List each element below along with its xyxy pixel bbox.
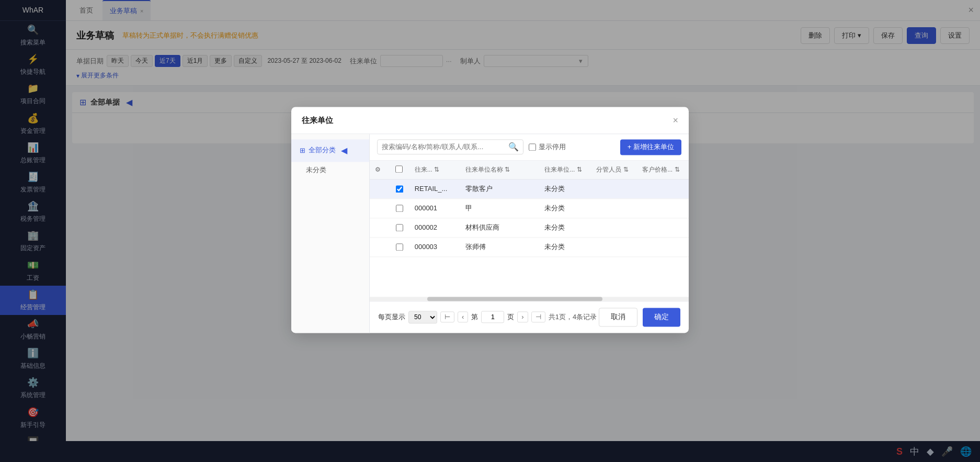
row-settings-3 [370, 218, 390, 237]
sort-icon-price: ⇅ [675, 166, 680, 173]
row-name-2: 甲 [460, 198, 539, 218]
dialog-table: ⚙ 往来... ⇅ 往来单位名称 ⇅ 往来单位... ⇅ [370, 161, 689, 297]
table-row[interactable]: 000003 张师傅 未分类 [370, 237, 689, 256]
sort-icon-name: ⇅ [505, 166, 510, 173]
search-input[interactable] [382, 143, 505, 151]
per-page-select[interactable]: 50 20 100 [408, 311, 437, 323]
row-checkbox-3[interactable] [396, 224, 403, 231]
row-name-1: 零散客户 [460, 179, 539, 198]
category-unclassified-label: 未分类 [306, 166, 326, 174]
row-price-1 [637, 179, 689, 198]
dialog-action-buttons: 取消 确定 [599, 308, 680, 326]
row-name-3: 材料供应商 [460, 218, 539, 237]
row-manager-1 [591, 179, 637, 198]
per-page-label: 每页显示 [378, 312, 405, 322]
next-page-button[interactable]: › [517, 311, 528, 322]
col-checkbox [390, 161, 409, 179]
dialog-body: ⊞ 全部分类 ◀ 未分类 🔍 显示停用 + 新增往来单位 [291, 134, 689, 333]
row-category-1: 未分类 [539, 179, 591, 198]
col-code-header: 往来... ⇅ [409, 161, 460, 179]
row-check-1[interactable] [390, 179, 409, 198]
col-settings: ⚙ [370, 161, 390, 179]
category-collapse-button[interactable]: ◀ [339, 143, 349, 157]
row-settings-1 [370, 179, 390, 198]
row-category-4: 未分类 [539, 237, 591, 256]
row-checkbox-1[interactable] [396, 185, 403, 193]
scrollbar-thumb[interactable] [427, 297, 603, 301]
dialog-footer: 每页显示 50 20 100 ⊢ ‹ 第 页 › ⊣ 共1页，4条记录 [370, 301, 689, 333]
show-disabled-toggle[interactable]: 显示停用 [529, 142, 566, 152]
row-settings-2 [370, 198, 390, 218]
dialog-header: 往来单位 × [291, 107, 689, 134]
row-price-3 [637, 218, 689, 237]
row-check-4[interactable] [390, 237, 409, 256]
table-header-row: ⚙ 往来... ⇅ 往来单位名称 ⇅ 往来单位... ⇅ [370, 161, 689, 179]
search-box[interactable]: 🔍 [377, 139, 523, 154]
row-price-4 [637, 237, 689, 256]
col-manager-header: 分管人员 ⇅ [591, 161, 637, 179]
category-grid-icon: ⊞ [300, 147, 305, 154]
page-label-suffix: 页 [507, 312, 514, 322]
table-row[interactable]: 000001 甲 未分类 [370, 198, 689, 218]
row-code-4: 000003 [409, 237, 460, 256]
page-label-prefix: 第 [471, 312, 478, 322]
dialog-close-button[interactable]: × [673, 115, 678, 126]
row-code-2: 000001 [409, 198, 460, 218]
row-check-3[interactable] [390, 218, 409, 237]
page-input[interactable] [481, 311, 504, 323]
sort-icon: ⇅ [434, 166, 439, 173]
total-info: 共1页，4条记录 [549, 312, 597, 322]
row-settings-4 [370, 237, 390, 256]
cancel-button[interactable]: 取消 [599, 308, 637, 326]
table-body: RETAIL_... 零散客户 未分类 000001 [370, 179, 689, 256]
row-checkbox-2[interactable] [396, 205, 403, 212]
units-table: ⚙ 往来... ⇅ 往来单位名称 ⇅ 往来单位... ⇅ [370, 161, 689, 257]
add-unit-button[interactable]: + 新增往来单位 [620, 139, 681, 155]
category-unclassified[interactable]: 未分类 [291, 162, 369, 178]
row-category-3: 未分类 [539, 218, 591, 237]
sort-icon-person: ⇅ [623, 166, 629, 173]
dialog-right-panel: 🔍 显示停用 + 新增往来单位 ⚙ 往来... ⇅ [370, 134, 689, 333]
col-name-header: 往来单位名称 ⇅ [460, 161, 539, 179]
row-manager-2 [591, 198, 637, 218]
row-price-2 [637, 198, 689, 218]
dialog-title: 往来单位 [302, 116, 333, 126]
search-icon: 🔍 [508, 142, 519, 152]
row-category-2: 未分类 [539, 198, 591, 218]
col-category-header: 往来单位... ⇅ [539, 161, 591, 179]
table-row[interactable]: RETAIL_... 零散客户 未分类 [370, 179, 689, 198]
prev-page-button[interactable]: ‹ [458, 311, 468, 322]
table-row[interactable]: 000002 材料供应商 未分类 [370, 218, 689, 237]
row-checkbox-4[interactable] [396, 243, 403, 251]
select-all-checkbox[interactable] [395, 165, 403, 173]
row-manager-3 [591, 218, 637, 237]
category-all-label: 全部分类 [309, 145, 336, 155]
horizontal-scrollbar[interactable] [370, 297, 689, 301]
col-price-header: 客户价格... ⇅ [637, 161, 689, 179]
row-check-2[interactable] [390, 198, 409, 218]
category-all[interactable]: ⊞ 全部分类 ◀ [291, 139, 369, 162]
dialog-toolbar: 🔍 显示停用 + 新增往来单位 [370, 134, 689, 161]
show-disabled-checkbox[interactable] [529, 143, 536, 151]
first-page-button[interactable]: ⊢ [440, 311, 454, 322]
business-unit-dialog: 往来单位 × ⊞ 全部分类 ◀ 未分类 🔍 显示停用 [291, 107, 689, 333]
last-page-button[interactable]: ⊣ [531, 311, 545, 322]
sort-icon-cat: ⇅ [577, 166, 582, 173]
row-code-1: RETAIL_... [409, 179, 460, 198]
pagination: 每页显示 50 20 100 ⊢ ‹ 第 页 › ⊣ 共1页，4条记录 [378, 311, 597, 323]
confirm-button[interactable]: 确定 [643, 308, 680, 326]
dialog-left-panel: ⊞ 全部分类 ◀ 未分类 [291, 134, 370, 333]
row-name-4: 张师傅 [460, 237, 539, 256]
row-manager-4 [591, 237, 637, 256]
show-disabled-label: 显示停用 [539, 142, 566, 152]
row-code-3: 000002 [409, 218, 460, 237]
